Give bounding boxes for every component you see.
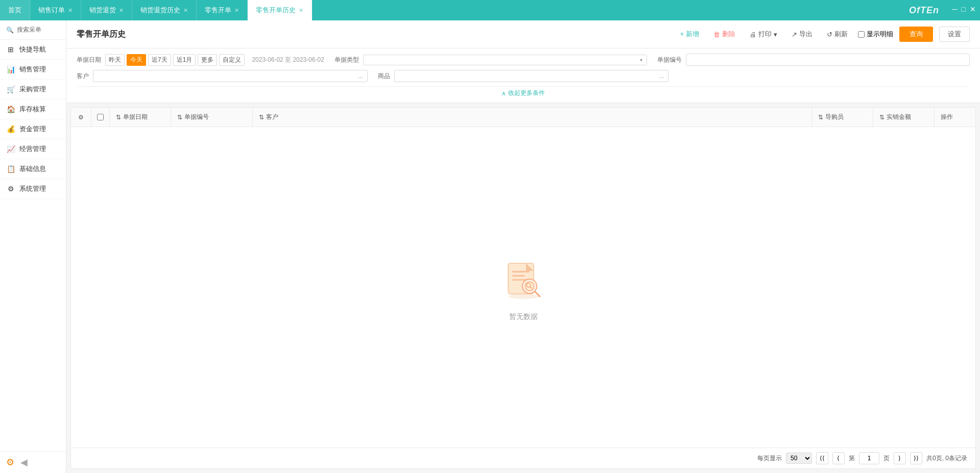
order-no-input[interactable] [686, 54, 970, 66]
display-detail-checkbox-group[interactable]: 显示明细 [858, 30, 893, 39]
date-btn-more[interactable]: 更多 [198, 54, 217, 66]
th-amount[interactable]: ⇅ 实销金额 [873, 108, 935, 127]
tab-sales-return[interactable]: 销货退货 ✕ [81, 0, 132, 20]
tab-sales-order-close[interactable]: ✕ [68, 7, 73, 14]
total-label: 共0页, 0条记录 [926, 454, 967, 463]
collapse-more-conditions[interactable]: ∧ 收起更多条件 [77, 86, 970, 99]
add-button-label: + 新增 [680, 30, 699, 39]
first-page-button[interactable]: ⟨⟨ [816, 452, 828, 464]
tab-sales-return-history[interactable]: 销货退货历史 ✕ [132, 0, 197, 20]
goods-dots: ... [659, 72, 664, 80]
svg-rect-3 [512, 275, 525, 277]
print-button-label: 打印 [758, 30, 772, 39]
th-no[interactable]: ⇅ 单据编号 [171, 108, 253, 127]
display-detail-checkbox[interactable] [858, 31, 865, 38]
sidebar-item-system-mgmt[interactable]: ⚙ 系统管理 [0, 179, 66, 199]
export-button[interactable]: ↗ 导出 [787, 28, 817, 41]
th-guide[interactable]: ⇅ 导购员 [812, 108, 873, 127]
th-date-label: 单据日期 [123, 113, 148, 121]
per-page-select[interactable]: 50 10 20 100 [786, 453, 812, 464]
th-op-label: 操作 [941, 113, 953, 121]
svg-rect-2 [512, 271, 530, 272]
sidebar-item-inventory-label: 库存核算 [19, 105, 46, 114]
table-area: ⚙ ⇅ 单据日期 ⇅ 单据编号 ⇅ 客户 ⇅ [70, 107, 976, 469]
th-customer[interactable]: ⇅ 客户 [253, 108, 812, 127]
sidebar-item-finance-label: 资金管理 [19, 125, 46, 134]
order-type-filter-group: 单据类型 ▾ [334, 55, 647, 65]
display-detail-label: 显示明细 [867, 30, 893, 39]
refresh-button[interactable]: ↺ 刷新 [823, 28, 852, 41]
tab-sales-return-close[interactable]: ✕ [119, 7, 124, 14]
th-checkbox[interactable] [91, 108, 110, 127]
svg-point-0 [508, 294, 539, 299]
date-filter-label: 单据日期 [77, 56, 101, 64]
select-all-checkbox[interactable] [97, 114, 104, 120]
sidebar-collapse-icon[interactable]: ◀ [20, 457, 28, 468]
setting-button[interactable]: 设置 [939, 27, 970, 42]
customer-label: 客户 [77, 72, 89, 81]
th-date[interactable]: ⇅ 单据日期 [110, 108, 171, 127]
th-amount-label: 实销金额 [887, 113, 911, 121]
sidebar-item-sales-mgmt-label: 销售管理 [19, 65, 46, 74]
sidebar-item-inventory[interactable]: 🏠 库存核算 [0, 99, 66, 119]
pagination: 每页显示 50 10 20 100 ⟨⟨ ⟨ 第 页 ⟩ ⟩⟩ 共0页, 0条记… [71, 447, 975, 468]
sidebar-item-sales-mgmt[interactable]: 📊 销售管理 [0, 60, 66, 80]
tab-retail-open-history[interactable]: 零售开单历史 ✕ [248, 0, 312, 20]
date-btn-yesterday[interactable]: 昨天 [105, 54, 125, 66]
date-btn-today[interactable]: 今天 [127, 54, 146, 66]
th-customer-sort-icon: ⇅ [259, 114, 264, 121]
date-buttons: 昨天 今天 近7天 近1月 更多 自定义 [105, 54, 245, 66]
sidebar-search-label: 搜索采单 [17, 26, 41, 34]
order-type-select[interactable]: ▾ [363, 55, 647, 65]
order-no-label: 单据编号 [657, 56, 682, 64]
print-button[interactable]: 🖨 打印 ▾ [746, 28, 781, 41]
print-arrow-icon: ▾ [774, 31, 777, 38]
delete-button-label: 删除 [722, 30, 735, 39]
delete-button[interactable]: 🗑 删除 [709, 28, 739, 41]
tab-sales-return-label: 销货退货 [89, 6, 116, 15]
window-min-button[interactable]: ─ [952, 5, 958, 13]
operations-icon: 📈 [6, 145, 15, 153]
collapse-label: 收起更多条件 [508, 89, 545, 97]
next-page-button[interactable]: ⟩ [894, 452, 906, 464]
filter-row-main: 单据日期 昨天 今天 近7天 近1月 更多 自定义 2023-06-02 至 2… [77, 54, 970, 66]
print-icon: 🖨 [750, 31, 756, 38]
goods-select[interactable]: ... [394, 70, 669, 82]
tab-sales-return-history-close[interactable]: ✕ [183, 7, 188, 14]
last-page-button[interactable]: ⟩⟩ [910, 452, 922, 464]
sales-mgmt-icon: 📊 [6, 65, 15, 73]
date-btn-custom[interactable]: 自定义 [219, 54, 245, 66]
order-no-filter-group: 单据编号 [657, 54, 970, 66]
empty-state: 暂无数据 [71, 127, 975, 447]
customer-dots: ... [358, 72, 363, 80]
sidebar-settings-icon[interactable]: ⚙ [6, 457, 14, 468]
tab-home[interactable]: 首页 [0, 0, 30, 20]
sidebar-item-quick-nav[interactable]: ⊞ 快捷导航 [0, 40, 66, 60]
table-settings-icon[interactable]: ⚙ [78, 114, 84, 121]
sidebar-item-basic-info-label: 基础信息 [19, 164, 46, 173]
window-close-button[interactable]: ✕ [970, 5, 976, 13]
current-page-input[interactable] [859, 452, 879, 464]
tab-retail-open[interactable]: 零售开单 ✕ [197, 0, 248, 20]
query-button[interactable]: 查询 [899, 27, 933, 42]
sidebar-item-finance[interactable]: 💰 资金管理 [0, 119, 66, 139]
tab-sales-order[interactable]: 销售订单 ✕ [30, 0, 81, 20]
sidebar-search[interactable]: 🔍 搜索采单 [0, 20, 66, 40]
sidebar-item-basic-info[interactable]: 📋 基础信息 [0, 159, 66, 179]
date-btn-7days[interactable]: 近7天 [148, 54, 171, 66]
tab-retail-open-history-close[interactable]: ✕ [299, 7, 303, 14]
th-settings[interactable]: ⚙ [71, 108, 91, 127]
finance-icon: 💰 [6, 125, 15, 133]
top-tab-bar: 首页 销售订单 ✕ 销货退货 ✕ 销货退货历史 ✕ 零售开单 ✕ 零售开单历史 … [0, 0, 980, 20]
prev-page-button[interactable]: ⟨ [832, 452, 845, 464]
th-customer-label: 客户 [266, 113, 278, 121]
window-max-button[interactable]: □ [962, 5, 966, 13]
tab-retail-open-close[interactable]: ✕ [234, 7, 239, 14]
add-button[interactable]: + 新增 [676, 28, 703, 41]
tab-retail-open-label: 零售开单 [205, 6, 231, 15]
date-btn-1month[interactable]: 近1月 [173, 54, 196, 66]
sidebar-item-purchase-mgmt[interactable]: 🛒 采购管理 [0, 80, 66, 99]
tab-sales-order-label: 销售订单 [38, 6, 65, 15]
customer-select[interactable]: ... [93, 70, 368, 82]
sidebar-item-operations[interactable]: 📈 经营管理 [0, 139, 66, 159]
